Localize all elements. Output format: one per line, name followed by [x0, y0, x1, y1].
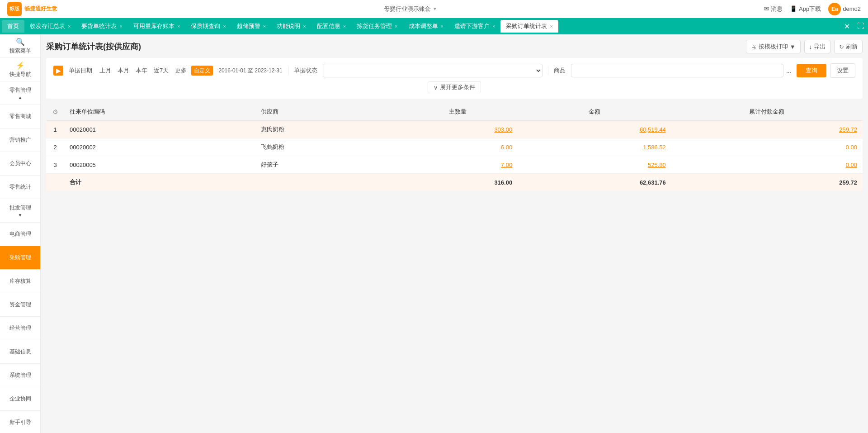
workspace-selector[interactable]: 母婴行业演示账套 ▼	[384, 5, 437, 13]
sidebar-item-system[interactable]: 系统管理	[0, 364, 40, 387]
expand-more-button[interactable]: ∨ 展开更多条件	[428, 81, 481, 93]
avatar: Ea	[828, 3, 841, 15]
sidebar-item-newguide[interactable]: 新手引导	[0, 411, 40, 433]
date-this-month-button[interactable]: 本月	[116, 66, 131, 76]
quick-icon: ⚡	[16, 61, 25, 70]
tab-receive[interactable]: 收发存汇总表 ×	[24, 20, 76, 33]
sidebar-item-member[interactable]: 会员中心	[0, 152, 40, 176]
sidebar-item-ecommerce[interactable]: 电商管理	[0, 223, 40, 246]
app-download-button[interactable]: 📱 App下载	[790, 5, 821, 13]
message-icon: ✉	[764, 5, 769, 12]
tab-expiry[interactable]: 保质期查询 ×	[185, 20, 231, 33]
tab-cost[interactable]: 成本调整单 ×	[403, 20, 449, 33]
nav-tabs: 首页 收发存汇总表 × 要货单统计表 × 可用量库存账本 × 保质期查询 × 超…	[0, 18, 868, 34]
query-button[interactable]: 查询	[797, 64, 826, 77]
close-icon[interactable]: ×	[492, 24, 495, 29]
message-button[interactable]: ✉ 消息	[764, 5, 783, 13]
date-filter-label: 单据日期	[69, 67, 92, 75]
filter-bottom: ∨ 展开更多条件	[53, 81, 855, 93]
refresh-button[interactable]: ↻ 刷新	[834, 40, 863, 53]
sidebar-item-marketing[interactable]: 营销推广	[0, 128, 40, 152]
close-all-tabs-button[interactable]: ✕	[842, 22, 852, 31]
tab-demand[interactable]: 要货单统计表 ×	[76, 20, 127, 33]
date-7days-button[interactable]: 近7天	[152, 66, 170, 76]
filter-row-main: ▶ 单据日期 上月 本月 本年 近7天 更多 自定义 2016-01-01 至 …	[53, 63, 855, 78]
maximize-button[interactable]: ⛶	[855, 22, 866, 30]
sidebar-item-search[interactable]: 🔍 搜索菜单	[0, 34, 40, 58]
date-prev-month-button[interactable]: 上月	[98, 66, 113, 76]
filter-area: ▶ 单据日期 上月 本月 本年 近7天 更多 自定义 2016-01-01 至 …	[46, 58, 863, 99]
table-header-row: ⚙ 往来单位编码 供应商 主数量 金额 累计付款金额	[46, 103, 863, 121]
td-supplier: 惠氏奶粉	[255, 121, 398, 138]
sidebar-item-enterprise[interactable]: 企业协同	[0, 387, 40, 411]
td-seq: 1	[46, 121, 64, 138]
chevron-down-icon: ▼	[18, 213, 23, 218]
close-icon[interactable]: ×	[395, 24, 397, 29]
sidebar-item-quick[interactable]: ⚡ 快捷导航	[0, 58, 40, 81]
tab-overstock[interactable]: 超储预警 ×	[231, 20, 271, 33]
date-this-year-button[interactable]: 本年	[134, 66, 149, 76]
printer-icon: 🖨	[751, 43, 757, 50]
sidebar-item-finance[interactable]: 资金管理	[0, 293, 40, 317]
close-icon[interactable]: ×	[119, 24, 122, 29]
sidebar-item-basic[interactable]: 基础信息	[0, 340, 40, 364]
td-footer-empty	[46, 174, 64, 191]
tab-func[interactable]: 功能说明 ×	[271, 20, 311, 33]
td-unit-code: 00020001	[64, 121, 255, 138]
td-amount[interactable]: 60,519.44	[518, 121, 671, 138]
tab-config[interactable]: 配置信息 ×	[311, 20, 351, 33]
export-button[interactable]: ↓ 导出	[804, 40, 831, 53]
print-button[interactable]: 🖨 按模板打印 ▼	[746, 40, 801, 53]
td-qty[interactable]: 303.00	[398, 121, 518, 138]
settings-button[interactable]: 设置	[830, 63, 855, 78]
close-icon[interactable]: ×	[263, 24, 266, 29]
sidebar-item-retail-stat[interactable]: 零售统计	[0, 176, 40, 199]
close-icon[interactable]: ×	[343, 24, 346, 29]
date-custom-button[interactable]: 自定义	[191, 66, 213, 76]
status-select[interactable]	[323, 64, 543, 77]
sidebar-item-purchase[interactable]: 采购管理	[0, 246, 40, 270]
chevron-down-icon: ∨	[434, 84, 438, 91]
top-right-actions: ✉ 消息 📱 App下载 Ea demo2	[764, 3, 861, 15]
goods-input[interactable]	[571, 64, 783, 77]
td-unit-code: 00020005	[64, 156, 255, 174]
search-icon: 🔍	[16, 38, 25, 46]
close-icon[interactable]: ×	[223, 24, 226, 29]
td-qty[interactable]: 6.00	[398, 138, 518, 156]
sidebar-item-ops[interactable]: 经营管理	[0, 317, 40, 340]
td-paid[interactable]: 0.00	[671, 138, 863, 156]
td-footer-qty: 316.00	[398, 174, 518, 191]
status-select-wrap	[323, 64, 543, 77]
tab-purchase-stat[interactable]: 采购订单统计表 ×	[500, 20, 558, 33]
close-icon[interactable]: ×	[303, 24, 306, 29]
nav-end-controls: ✕ ⛶	[842, 22, 866, 31]
close-icon[interactable]: ×	[68, 24, 71, 29]
user-avatar[interactable]: Ea demo2	[828, 3, 861, 15]
close-icon[interactable]: ×	[550, 24, 552, 29]
th-unit-code: 往来单位编码	[64, 103, 255, 121]
sidebar-item-inventory[interactable]: 库存核算	[0, 270, 40, 293]
sidebar-item-retail-shop[interactable]: 零售商城	[0, 105, 40, 128]
tab-invite[interactable]: 邀请下游客户 ×	[449, 20, 500, 33]
sidebar-item-retail[interactable]: 零售管理 ▲	[0, 81, 40, 105]
close-icon[interactable]: ×	[441, 24, 443, 29]
tab-available[interactable]: 可用量库存账本 ×	[128, 20, 185, 33]
td-paid[interactable]: 259.72	[671, 121, 863, 138]
td-amount[interactable]: 1,586.52	[518, 138, 671, 156]
tab-pick[interactable]: 拣货任务管理 ×	[351, 20, 403, 33]
main-content: 采购订单统计表(按供应商) 🖨 按模板打印 ▼ ↓ 导出 ↻ 刷新	[41, 34, 868, 433]
status-filter-label: 单据状态	[294, 67, 317, 75]
td-qty[interactable]: 7.00	[398, 156, 518, 174]
logo-area: 标版 畅捷通好生意	[7, 2, 57, 16]
td-paid[interactable]: 0.00	[671, 156, 863, 174]
print-dropdown-icon: ▼	[790, 43, 796, 50]
date-more-button[interactable]: 更多	[173, 66, 189, 76]
goods-more-button[interactable]: ...	[786, 67, 791, 74]
tab-home[interactable]: 首页	[2, 20, 24, 33]
column-settings-icon[interactable]: ⚙	[52, 108, 58, 115]
td-amount[interactable]: 525.80	[518, 156, 671, 174]
sidebar-item-wholesale[interactable]: 批发管理 ▼	[0, 199, 40, 223]
table-row: 3 00020005 好孩子 7.00 525.80 0.00	[46, 156, 863, 174]
filter-toggle-button[interactable]: ▶	[53, 66, 63, 76]
close-icon[interactable]: ×	[177, 24, 180, 29]
